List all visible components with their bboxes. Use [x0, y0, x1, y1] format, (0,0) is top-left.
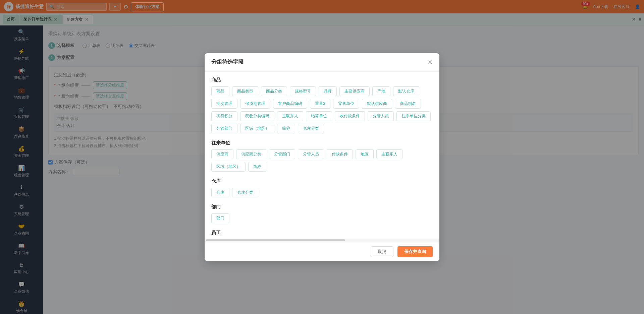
group-title-warehouse: 仓库	[211, 178, 433, 184]
field-group-product: 商品 商品 商品类型 商品分类 规格型号 品牌 主要供应商 产地 默认仓库 批次…	[211, 77, 433, 133]
counterparty-tags: 供应商 供应商分类 分管部门 分管人员 付款条件 地区 主联系人 区域（地区） …	[211, 149, 433, 172]
tag-product-25[interactable]: 仓库分类	[298, 124, 324, 133]
product-tags: 商品 商品类型 商品分类 规格型号 品牌 主要供应商 产地 默认仓库 批次管理 …	[211, 86, 433, 133]
field-group-dept: 部门 部门	[211, 204, 433, 223]
group-title-dept: 部门	[211, 204, 433, 210]
group-title-counterparty: 往来单位	[211, 140, 433, 146]
tag-product-15[interactable]: 拣货积分	[211, 111, 237, 121]
dialog-close-button[interactable]: ✕	[428, 59, 433, 66]
tag-cp-0[interactable]: 供应商	[211, 149, 233, 159]
dept-tags: 部门	[211, 213, 433, 223]
tag-product-13[interactable]: 默认供应商	[362, 99, 392, 109]
tag-cp-1[interactable]: 供应商分类	[236, 149, 266, 159]
tag-product-24[interactable]: 简称	[277, 124, 295, 133]
group-title-product: 商品	[211, 77, 433, 83]
dialog-footer: 取消 保存并查询	[205, 242, 439, 261]
tag-product-4[interactable]: 品牌	[319, 86, 337, 96]
field-group-counterparty: 往来单位 供应商 供应商分类 分管部门 分管人员 付款条件 地区 主联系人 区域…	[211, 140, 433, 172]
tag-cp-7[interactable]: 区域（地区）	[211, 162, 246, 172]
tag-product-8[interactable]: 批次管理	[211, 99, 237, 109]
tag-cp-5[interactable]: 地区	[356, 149, 374, 159]
tag-cp-3[interactable]: 分管人员	[298, 149, 324, 159]
tag-wh-1[interactable]: 仓库分类	[232, 188, 258, 197]
dialog-body: 商品 商品 商品类型 商品分类 规格型号 品牌 主要供应商 产地 默认仓库 批次…	[205, 72, 439, 239]
tag-product-11[interactable]: 重量3	[310, 99, 330, 109]
tag-product-19[interactable]: 收付款条件	[335, 111, 365, 121]
tag-product-9[interactable]: 保质期管理	[240, 99, 270, 109]
dialog-header: 分组待选字段 ✕	[205, 53, 439, 72]
tag-cp-8[interactable]: 简称	[248, 162, 266, 172]
tag-dept-0[interactable]: 部门	[211, 213, 229, 223]
tag-product-10[interactable]: 客户商品编码	[273, 99, 307, 109]
tag-product-7[interactable]: 默认仓库	[393, 86, 419, 96]
tag-wh-0[interactable]: 仓库	[211, 188, 229, 197]
tag-cp-4[interactable]: 付款条件	[327, 149, 353, 159]
cancel-button[interactable]: 取消	[371, 246, 393, 257]
tag-product-1[interactable]: 商品类型	[232, 86, 258, 96]
tag-product-2[interactable]: 商品分类	[261, 86, 287, 96]
tag-product-14[interactable]: 商品别名	[395, 99, 421, 109]
dialog: 分组待选字段 ✕ 商品 商品 商品类型 商品分类 规格型号 品牌 主要供应商 产…	[205, 53, 439, 261]
warehouse-tags: 仓库 仓库分类	[211, 188, 433, 197]
confirm-button[interactable]: 保存并查询	[397, 246, 433, 257]
tag-product-23[interactable]: 区域（地区）	[240, 124, 274, 133]
tag-cp-2[interactable]: 分管部门	[269, 149, 295, 159]
tag-product-0[interactable]: 商品	[211, 86, 229, 96]
tag-product-5[interactable]: 主要供应商	[339, 86, 370, 96]
tag-cp-6[interactable]: 主联系人	[376, 149, 402, 159]
dialog-scroll-bottom[interactable]	[205, 239, 439, 242]
tag-product-3[interactable]: 规格型号	[290, 86, 316, 96]
tag-product-20[interactable]: 分管人员	[368, 111, 394, 121]
tag-product-22[interactable]: 分管部门	[211, 124, 237, 133]
dialog-title: 分组待选字段	[211, 59, 244, 66]
tag-product-16[interactable]: 税收分类编码	[240, 111, 274, 121]
tag-product-21[interactable]: 往来单位分类	[396, 111, 431, 121]
tag-product-17[interactable]: 主联系人	[277, 111, 303, 121]
tag-product-18[interactable]: 结算单位	[306, 111, 332, 121]
dialog-overlay: 分组待选字段 ✕ 商品 商品 商品类型 商品分类 规格型号 品牌 主要供应商 产…	[0, 0, 644, 314]
field-group-employee: 员工 业务员	[211, 230, 433, 239]
group-title-employee: 员工	[211, 230, 433, 236]
tag-product-6[interactable]: 产地	[372, 86, 390, 96]
field-group-warehouse: 仓库 仓库 仓库分类	[211, 178, 433, 197]
horizontal-scrollbar-thumb[interactable]	[206, 239, 345, 241]
tag-product-12[interactable]: 零售单位	[333, 99, 359, 109]
